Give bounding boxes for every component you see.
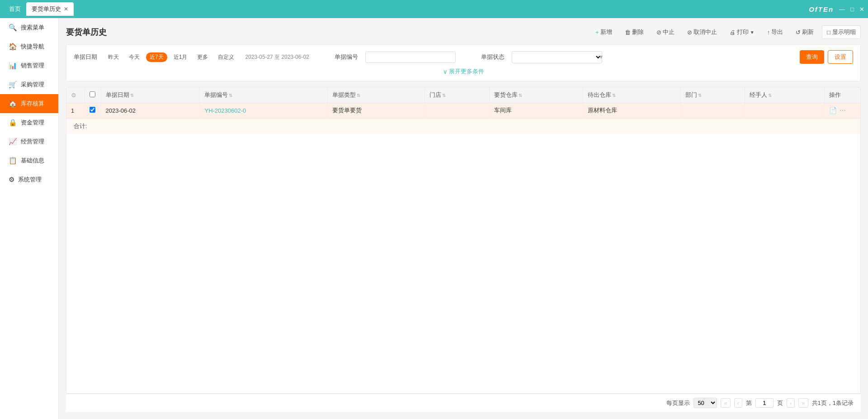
main-layout: 🔍 搜索菜单 🏠 快捷导航 📊 销售管理 🛒 采购管理 🏠 库存核算 🔒 资金管… — [0, 18, 868, 419]
new-icon: + — [595, 29, 599, 36]
total-info: 共1页，1条记录 — [812, 399, 854, 407]
col-handler[interactable]: 经手人⇅ — [745, 87, 824, 103]
row-doc-number: YH-20230602-0 — [200, 103, 327, 118]
first-page-btn[interactable]: « — [721, 398, 730, 408]
maximize-btn[interactable]: □ — [850, 6, 854, 13]
select-all-checkbox[interactable] — [90, 91, 95, 97]
col-doc-number[interactable]: 单据编号⇅ — [200, 87, 327, 103]
basic-info-icon: 📋 — [9, 157, 17, 165]
minimize-btn[interactable]: — — [839, 6, 845, 13]
sort-arrow-req-warehouse: ⇅ — [519, 93, 522, 98]
search-menu-icon: 🔍 — [9, 24, 17, 32]
print-button[interactable]: 🖨 打印 ▼ — [725, 26, 759, 38]
col-doc-date[interactable]: 单据日期⇅ — [101, 87, 200, 103]
date-shortcut-7days[interactable]: 近7天 — [146, 52, 167, 62]
row-edit-icon[interactable]: 📄 — [829, 107, 837, 114]
export-icon: ↑ — [767, 29, 770, 36]
filter-panel: 单据日期 昨天 今天 近7天 近1月 更多 自定义 2023-05-27 至 2… — [66, 44, 861, 81]
row-req-warehouse: 车间库 — [489, 103, 583, 118]
show-detail-label: 显示明细 — [832, 28, 856, 36]
last-page-btn[interactable]: » — [798, 398, 808, 408]
page-size-select[interactable]: 20 50 100 200 — [693, 398, 717, 408]
sidebar-item-basic-info[interactable]: 📋 基础信息 — [0, 151, 58, 170]
col-action: 操作 — [824, 87, 860, 103]
doc-number-link[interactable]: YH-20230602-0 — [204, 107, 246, 114]
expand-filter-btn[interactable]: ∨ 展开更多条件 — [74, 67, 853, 76]
sidebar-item-search-menu[interactable]: 🔍 搜索菜单 — [0, 18, 58, 37]
stop-button[interactable]: ⊘ 中止 — [652, 26, 679, 38]
sort-arrow-doc-type: ⇅ — [357, 93, 360, 98]
sidebar-item-label: 经营管理 — [21, 138, 44, 146]
date-shortcut-yesterday[interactable]: 昨天 — [104, 52, 123, 62]
settings-button[interactable]: 设置 — [828, 50, 853, 64]
prev-page-btn[interactable]: ‹ — [734, 398, 742, 408]
show-detail-checkbox-icon: □ — [827, 29, 830, 36]
column-settings-icon[interactable]: ⚙ — [71, 92, 76, 99]
doc-status-select[interactable] — [512, 51, 602, 63]
doc-number-input[interactable] — [365, 52, 456, 63]
sidebar-item-finance-mgmt[interactable]: 🔒 资金管理 — [0, 113, 58, 132]
tab-home[interactable]: 首页 — [4, 2, 26, 16]
date-shortcut-1month[interactable]: 近1月 — [170, 52, 191, 62]
tab-requisition-history[interactable]: 要货单历史 ✕ — [26, 2, 74, 16]
tab-close-icon[interactable]: ✕ — [64, 6, 68, 12]
pagination: 每页显示 20 50 100 200 « ‹ 第 页 › » 共1页，1条记录 — [66, 394, 861, 412]
col-settings[interactable]: ⚙ — [66, 87, 85, 103]
export-button[interactable]: ↑ 导出 — [763, 26, 788, 38]
row-pending-warehouse: 原材料仓库 — [583, 103, 680, 118]
row-department — [680, 103, 745, 118]
new-button[interactable]: + 新增 — [591, 26, 617, 38]
cancel-stop-label: 取消中止 — [693, 28, 717, 36]
col-req-warehouse[interactable]: 要货仓库⇅ — [489, 87, 583, 103]
page-size-label: 每页显示 — [666, 399, 690, 407]
row-checkbox-cell — [85, 103, 101, 118]
top-bar: 首页 要货单历史 ✕ OfTEn — □ ✕ — [0, 0, 868, 18]
top-bar-right: OfTEn — □ ✕ — [809, 5, 864, 13]
query-button[interactable]: 查询 — [800, 50, 824, 64]
col-store[interactable]: 门店⇅ — [425, 87, 490, 103]
refresh-button[interactable]: ↺ 刷新 — [791, 26, 818, 38]
stop-icon: ⊘ — [656, 29, 661, 36]
date-shortcuts: 昨天 今天 近7天 近1月 更多 自定义 — [104, 52, 238, 62]
refresh-icon: ↺ — [796, 29, 801, 36]
ops-mgmt-icon: 📈 — [9, 138, 17, 146]
next-page-btn[interactable]: › — [787, 398, 795, 408]
page-prefix-label: 第 — [746, 399, 752, 407]
sidebar-item-label: 采购管理 — [21, 81, 44, 89]
export-label: 导出 — [771, 28, 783, 36]
page-number-input[interactable] — [755, 398, 774, 408]
table-container: ⚙ 单据日期⇅ 单据编号⇅ 单据类型⇅ — [66, 87, 861, 394]
sidebar-item-sys-mgmt[interactable]: ⚙ 系统管理 — [0, 170, 58, 189]
sort-arrow-department: ⇅ — [698, 93, 702, 98]
sidebar-item-label: 快捷导航 — [21, 43, 44, 51]
sidebar-item-inventory[interactable]: 🏠 库存核算 — [0, 94, 58, 113]
row-store — [425, 103, 490, 118]
col-doc-type[interactable]: 单据类型⇅ — [327, 87, 425, 103]
sidebar-item-quick-nav[interactable]: 🏠 快捷导航 — [0, 37, 58, 56]
row-checkbox[interactable] — [90, 107, 95, 113]
sidebar-item-sales-mgmt[interactable]: 📊 销售管理 — [0, 56, 58, 75]
sidebar-item-ops-mgmt[interactable]: 📈 经营管理 — [0, 132, 58, 151]
date-shortcut-today[interactable]: 今天 — [125, 52, 143, 62]
cancel-stop-button[interactable]: ⊘ 取消中止 — [683, 26, 722, 38]
delete-label: 删除 — [632, 28, 644, 36]
tab-home-label: 首页 — [9, 5, 21, 13]
date-shortcut-more[interactable]: 更多 — [193, 52, 212, 62]
row-handler — [745, 103, 824, 118]
new-label: 新增 — [600, 28, 612, 36]
show-detail-button[interactable]: □ 显示明细 — [822, 25, 861, 39]
toolbar: + 新增 🗑 删除 ⊘ 中止 ⊘ 取消中止 🖨 打印 — [591, 25, 861, 39]
date-range-text: 2023-05-27 至 2023-06-02 — [245, 53, 309, 61]
sidebar-item-label: 基础信息 — [21, 157, 44, 165]
close-btn[interactable]: ✕ — [859, 6, 864, 13]
delete-button[interactable]: 🗑 删除 — [620, 26, 648, 38]
date-shortcut-custom[interactable]: 自定义 — [214, 52, 238, 62]
sidebar-item-purchase-mgmt[interactable]: 🛒 采购管理 — [0, 75, 58, 94]
row-more-icon[interactable]: ⋯ — [840, 107, 846, 114]
col-pending-warehouse[interactable]: 待出仓库⇅ — [583, 87, 680, 103]
table-footer: 合计: — [66, 118, 860, 134]
row-action-cell: 📄 ⋯ — [824, 103, 860, 118]
print-label: 打印 — [737, 28, 749, 36]
print-icon: 🖨 — [730, 29, 736, 36]
col-department[interactable]: 部门⇅ — [680, 87, 745, 103]
